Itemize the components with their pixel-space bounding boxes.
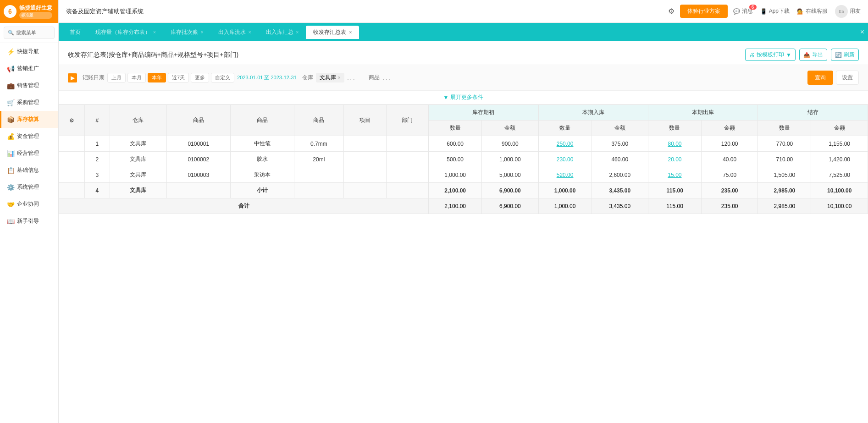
export-button[interactable]: 📤 导出 bbox=[799, 49, 827, 61]
row-project bbox=[343, 167, 386, 183]
service-button[interactable]: 💁 在线客服 bbox=[797, 7, 828, 15]
main-content: 装备及固定资产辅助管理系统 ⚙ 体验行业方案 💬 消息 6 📱 App下载 💁 … bbox=[59, 0, 868, 423]
row-out-amt: 120.00 bbox=[701, 136, 758, 152]
row-settings[interactable] bbox=[59, 152, 85, 167]
tab-receive-summary[interactable]: 收发存汇总表 × bbox=[306, 26, 359, 39]
tab-batch-account[interactable]: 库存批次账 × bbox=[163, 26, 211, 39]
sidebar-item-system[interactable]: ⚙️ 系统管理 bbox=[0, 179, 58, 196]
sidebar-item-guide[interactable]: 📖 新手引导 bbox=[0, 213, 58, 230]
print-button[interactable]: 🖨 按模板打印 ▼ bbox=[745, 49, 796, 61]
row-project bbox=[343, 152, 386, 167]
col-in-amt-header: 金额 bbox=[592, 121, 648, 136]
row-spec bbox=[294, 167, 343, 183]
marketing-icon: 📢 bbox=[7, 65, 14, 72]
table-footer: 合计 2,100.00 6,900.00 1,000.00 3,435.00 1… bbox=[59, 198, 868, 214]
sidebar-item-basic[interactable]: 📋 基础信息 bbox=[0, 162, 58, 179]
row-out-qty[interactable]: 20.00 bbox=[648, 152, 702, 167]
sidebar-item-sales[interactable]: 💼 销售管理 bbox=[0, 77, 58, 94]
date-7days[interactable]: 近7天 bbox=[168, 73, 189, 82]
sidebar: 6 畅捷通好生意 标准版 🔍 搜索菜单 ⚡ 快捷导航 📢 营销推广 💼 销售管理… bbox=[0, 0, 59, 423]
inventory-icon: 📦 bbox=[7, 116, 14, 123]
sidebar-item-operations[interactable]: 📊 经营管理 bbox=[0, 145, 58, 162]
row-out-qty[interactable]: 15.00 bbox=[648, 167, 702, 183]
row-out-qty[interactable]: 115.00 bbox=[648, 183, 702, 198]
tab-stock-distribution[interactable]: 现存量（库存分布表） × bbox=[88, 26, 163, 39]
col-opening-header: 库存期初 bbox=[429, 105, 538, 121]
col-in-header: 本期入库 bbox=[538, 105, 648, 121]
settings-icon[interactable]: ⚙ bbox=[668, 7, 674, 16]
sidebar-item-inventory[interactable]: 📦 库存核算 bbox=[0, 111, 58, 128]
sidebar-item-enterprise[interactable]: 🤝 企业协同 bbox=[0, 196, 58, 213]
finance-icon: 💰 bbox=[7, 133, 14, 140]
tab-bar: 首页 现存量（库存分布表） × 库存批次账 × 出入库流水 × 出入库汇总 × … bbox=[59, 23, 868, 41]
tab-summary[interactable]: 出入库汇总 × bbox=[259, 26, 306, 39]
date-more[interactable]: 更多 bbox=[191, 73, 209, 82]
filter-toggle-button[interactable]: ▶ bbox=[68, 73, 77, 82]
refresh-icon: 🔄 bbox=[835, 52, 842, 58]
enterprise-icon: 🤝 bbox=[7, 201, 14, 208]
row-num: 2 bbox=[84, 152, 110, 167]
purchase-icon: 🛒 bbox=[7, 99, 14, 106]
row-in-qty[interactable]: 520.00 bbox=[538, 167, 592, 183]
query-button[interactable]: 查询 bbox=[807, 71, 833, 85]
row-in-qty[interactable]: 250.00 bbox=[538, 136, 592, 152]
col-project-header: 项目 bbox=[343, 105, 386, 136]
table-row: 2文具库0100002胶水20ml500.001,000.00230.00460… bbox=[59, 152, 868, 167]
row-closing-amt: 7,525.00 bbox=[811, 167, 868, 183]
app-download-button[interactable]: 📱 App下载 bbox=[760, 7, 790, 15]
row-settings[interactable] bbox=[59, 183, 85, 198]
row-in-qty[interactable]: 1,000.00 bbox=[538, 183, 592, 198]
sidebar-item-quick[interactable]: ⚡ 快捷导航 bbox=[0, 43, 58, 60]
user-button[interactable]: Ea 用友 bbox=[835, 5, 861, 18]
goods-label: 商品 bbox=[369, 74, 380, 82]
sidebar-item-finance[interactable]: 💰 资金管理 bbox=[0, 128, 58, 145]
col-opening-amt-header: 金额 bbox=[482, 121, 539, 136]
row-code bbox=[166, 183, 230, 198]
tab-close-summary[interactable]: × bbox=[296, 30, 299, 35]
tab-home[interactable]: 首页 bbox=[62, 26, 88, 39]
filter-settings-button[interactable]: 设置 bbox=[836, 71, 859, 85]
app-icon: 📱 bbox=[760, 8, 767, 15]
row-settings[interactable] bbox=[59, 167, 85, 183]
warehouse-tag: 文具库 × bbox=[316, 73, 344, 82]
footer-out-amt: 235.00 bbox=[701, 198, 758, 214]
row-in-qty[interactable]: 230.00 bbox=[538, 152, 592, 167]
row-warehouse: 文具库 bbox=[110, 183, 167, 198]
trial-button[interactable]: 体验行业方案 bbox=[680, 5, 728, 18]
footer-closing-amt: 10,100.00 bbox=[811, 198, 868, 214]
tab-close-flow[interactable]: × bbox=[249, 30, 251, 35]
sidebar-item-purchase[interactable]: 🛒 采购管理 bbox=[0, 94, 58, 111]
date-last-month[interactable]: 上月 bbox=[107, 73, 126, 82]
date-this-year[interactable]: 本年 bbox=[148, 73, 166, 82]
tab-close-stock-distribution[interactable]: × bbox=[153, 30, 156, 35]
row-project bbox=[343, 183, 386, 198]
tab-close-receive-summary[interactable]: × bbox=[349, 30, 352, 35]
date-options: 上月 本月 本年 近7天 更多 自定义 bbox=[107, 73, 234, 82]
chevron-down-icon: ▼ bbox=[786, 52, 791, 58]
footer-opening-qty: 2,100.00 bbox=[429, 198, 482, 214]
row-settings[interactable] bbox=[59, 136, 85, 152]
row-warehouse: 文具库 bbox=[110, 167, 167, 183]
message-button[interactable]: 💬 消息 6 bbox=[733, 7, 753, 15]
avatar: Ea bbox=[835, 5, 848, 18]
col-settings-header[interactable]: ⚙ bbox=[59, 105, 85, 136]
refresh-button[interactable]: 🔄 刷新 bbox=[831, 49, 859, 61]
tab-flow[interactable]: 出入库流水 × bbox=[211, 26, 259, 39]
sidebar-item-marketing[interactable]: 📢 营销推广 bbox=[0, 60, 58, 77]
row-closing-amt: 10,100.00 bbox=[811, 183, 868, 198]
tab-close-batch-account[interactable]: × bbox=[201, 30, 204, 35]
print-icon: 🖨 bbox=[749, 52, 755, 58]
row-out-qty[interactable]: 80.00 bbox=[648, 136, 702, 152]
row-in-amt: 2,600.00 bbox=[592, 167, 648, 183]
row-code: 0100002 bbox=[166, 152, 230, 167]
goods-more[interactable]: ... bbox=[382, 74, 391, 82]
footer-in-qty: 1,000.00 bbox=[538, 198, 592, 214]
warehouse-tag-close[interactable]: × bbox=[338, 75, 341, 80]
date-this-month[interactable]: 本月 bbox=[127, 73, 146, 82]
close-all-tabs-button[interactable]: × bbox=[860, 28, 864, 36]
warehouse-more[interactable]: ... bbox=[347, 74, 356, 82]
row-closing-qty: 710.00 bbox=[758, 152, 811, 167]
date-custom[interactable]: 自定义 bbox=[211, 73, 234, 82]
expand-conditions-button[interactable]: ▼ 展开更多条件 bbox=[443, 93, 484, 101]
search-menu-button[interactable]: 🔍 搜索菜单 bbox=[4, 27, 55, 39]
